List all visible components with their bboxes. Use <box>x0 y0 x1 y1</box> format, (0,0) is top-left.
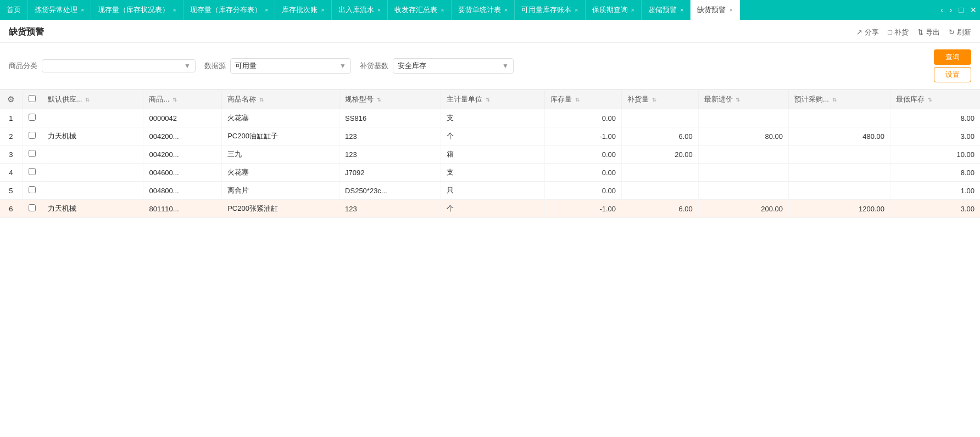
td-supplier <box>42 182 143 200</box>
td-latest-price <box>698 164 788 182</box>
replenish-icon: □ <box>888 28 892 36</box>
td-estimated-purchase: 480.00 <box>789 127 890 145</box>
close-tab-flow[interactable]: × <box>377 7 381 13</box>
row-checkbox[interactable] <box>29 186 36 193</box>
row-checkbox[interactable] <box>29 114 36 121</box>
th-product-code[interactable]: 商品... ⇅ <box>143 90 222 109</box>
tab-available[interactable]: 可用量库存账本 × <box>515 0 585 20</box>
datasource-label: 数据源 <box>204 61 226 71</box>
tab-batch[interactable]: 库存批次账 × <box>275 0 331 20</box>
tab-overstock[interactable]: 超储预警 × <box>642 0 691 20</box>
td-min-stock: 3.00 <box>890 200 981 218</box>
close-tab-shortage[interactable]: × <box>729 7 732 13</box>
tab-next-btn[interactable]: › <box>946 5 956 14</box>
td-checkbox[interactable] <box>22 164 42 182</box>
td-stock: 0.00 <box>545 182 622 200</box>
td-replenish <box>622 182 699 200</box>
td-checkbox[interactable] <box>22 145 42 164</box>
close-tab-stock-dist[interactable]: × <box>265 7 268 13</box>
tab-stock-dist[interactable]: 现存量（库存分布表） × <box>183 0 275 20</box>
sort-supplier-icon: ⇅ <box>85 97 90 103</box>
close-tab-order-stats[interactable]: × <box>504 7 508 13</box>
close-tab-summary[interactable]: × <box>441 7 444 13</box>
tab-picking[interactable]: 拣货异常处理 × <box>28 0 91 20</box>
td-row-index: 3 <box>0 145 22 164</box>
th-latest-price[interactable]: 最新进价 ⇅ <box>698 90 788 109</box>
td-supplier <box>42 145 143 164</box>
th-min-stock[interactable]: 最低库存 ⇅ <box>890 90 981 109</box>
td-product-name: PC200张紧油缸 <box>222 200 339 218</box>
td-estimated-purchase <box>789 164 890 182</box>
tab-restore-btn[interactable]: □ <box>956 5 967 14</box>
td-min-stock: 8.00 <box>890 109 981 127</box>
th-unit[interactable]: 主计量单位 ⇅ <box>441 90 545 109</box>
filter-actions: 查询 设置 <box>934 49 971 82</box>
row-checkbox[interactable] <box>29 168 36 175</box>
close-tab-available[interactable]: × <box>575 7 578 13</box>
tab-flow[interactable]: 出入库流水 × <box>332 0 388 20</box>
th-replenish[interactable]: 补货量 ⇅ <box>622 90 699 109</box>
settings-button[interactable]: 设置 <box>934 67 971 82</box>
filter-area: 商品分类 ▼ 数据源 可用量 ▼ 补货基数 安全库存 ▼ 查询 设置 <box>0 43 980 89</box>
tab-order-stats[interactable]: 要货单统计表 × <box>452 0 515 20</box>
refresh-icon: ↻ <box>949 28 955 36</box>
td-row-index: 6 <box>0 200 22 218</box>
replenish-button[interactable]: □ 补货 <box>888 27 909 37</box>
tab-shortage[interactable]: 缺货预警 × <box>691 0 739 20</box>
tab-expiry[interactable]: 保质期查询 × <box>586 0 642 20</box>
td-product-code: 004600... <box>143 164 222 182</box>
td-row-index: 2 <box>0 127 22 145</box>
replenish-basis-label: 补货基数 <box>360 61 388 71</box>
close-tab-batch[interactable]: × <box>321 7 324 13</box>
th-estimated-purchase[interactable]: 预计采购... ⇅ <box>789 90 890 109</box>
th-spec[interactable]: 规格型号 ⇅ <box>339 90 441 109</box>
replenish-basis-select[interactable]: 安全库存 ▼ <box>393 58 514 74</box>
th-supplier[interactable]: 默认供应... ⇅ <box>42 90 143 109</box>
query-button[interactable]: 查询 <box>934 49 971 65</box>
tab-prev-btn[interactable]: ‹ <box>937 5 946 14</box>
refresh-button[interactable]: ↻ 刷新 <box>949 27 971 37</box>
select-all-checkbox[interactable] <box>29 95 36 102</box>
td-product-name: PC200油缸缸子 <box>222 127 339 145</box>
tab-close-all-btn[interactable]: ✕ <box>967 5 980 14</box>
tab-summary[interactable]: 收发存汇总表 × <box>388 0 451 20</box>
th-product-name[interactable]: 商品名称 ⇅ <box>222 90 339 109</box>
row-checkbox[interactable] <box>29 132 36 139</box>
tab-navigation: ‹ › □ ✕ <box>937 5 980 14</box>
td-checkbox[interactable] <box>22 127 42 145</box>
td-product-name: 火花塞 <box>222 109 339 127</box>
table-row: 1 0000042 火花塞 SS816 支 0.00 8.00 <box>0 109 980 127</box>
td-unit: 箱 <box>441 145 545 164</box>
th-settings[interactable]: ⚙ <box>0 90 22 109</box>
td-checkbox[interactable] <box>22 200 42 218</box>
export-button[interactable]: ⇅ 导出 <box>917 27 940 37</box>
th-stock[interactable]: 库存量 ⇅ <box>545 90 622 109</box>
close-tab-stock-status[interactable]: × <box>172 7 176 13</box>
th-checkbox[interactable] <box>22 90 42 109</box>
datasource-select[interactable]: 可用量 ▼ <box>230 58 351 74</box>
td-min-stock: 3.00 <box>890 127 981 145</box>
main-content: 缺货预警 ↗ 分享 □ 补货 ⇅ 导出 ↻ 刷新 商品分类 <box>0 20 980 437</box>
td-checkbox[interactable] <box>22 109 42 127</box>
table-row: 5 004800... 离合片 DS250*23c... 只 0.00 1.00 <box>0 182 980 200</box>
td-checkbox[interactable] <box>22 182 42 200</box>
row-checkbox[interactable] <box>29 204 36 211</box>
category-select[interactable]: ▼ <box>42 59 196 72</box>
datasource-dropdown-icon: ▼ <box>339 62 346 70</box>
td-product-code: 004200... <box>143 145 222 164</box>
sort-spec-icon: ⇅ <box>377 97 381 103</box>
row-checkbox[interactable] <box>29 150 36 157</box>
td-replenish: 6.00 <box>622 127 699 145</box>
share-button[interactable]: ↗ 分享 <box>856 27 879 37</box>
td-product-code: 004200... <box>143 127 222 145</box>
close-tab-overstock[interactable]: × <box>680 7 683 13</box>
close-tab-picking[interactable]: × <box>81 7 84 13</box>
tab-home[interactable]: 首页 <box>0 0 28 20</box>
td-spec: 123 <box>339 200 441 218</box>
tab-stock-status[interactable]: 现存量（库存状况表） × <box>91 0 183 20</box>
close-tab-expiry[interactable]: × <box>631 7 634 13</box>
table-row: 3 004200... 三九 123 箱 0.00 20.00 10.00 <box>0 145 980 164</box>
table-row: 6 力天机械 801110... PC200张紧油缸 123 个 -1.00 6… <box>0 200 980 218</box>
td-unit: 只 <box>441 182 545 200</box>
datasource-select-value: 可用量 <box>235 61 257 71</box>
